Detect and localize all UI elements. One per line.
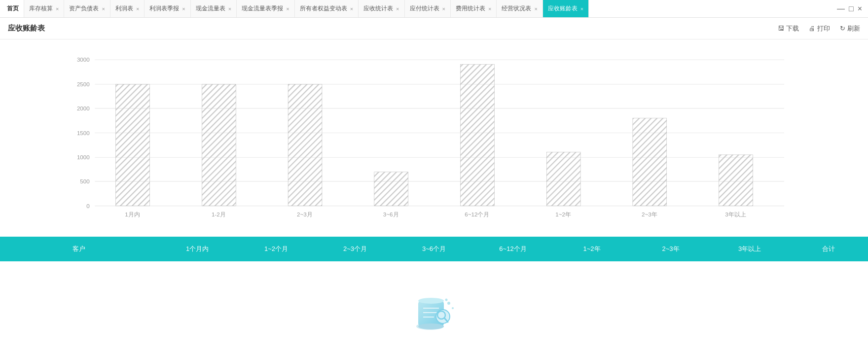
page-title: 应收账龄表	[8, 24, 45, 33]
tab-close-ystjb[interactable]: ×	[396, 6, 399, 12]
table-header-cell-1: 1个月内	[158, 237, 237, 261]
chart-area: 0 500 1000 1500 2000 2500 3000	[0, 39, 868, 237]
x-label-2: 1-2月	[212, 211, 226, 217]
svg-point-12	[452, 307, 454, 309]
tab-label-syzqybdb: 所有者权益变动表	[300, 4, 347, 13]
tab-label-home: 首页	[7, 4, 19, 13]
bar-2-3年	[633, 118, 667, 206]
tab-label-xjllbjb: 现金流量表季报	[242, 4, 283, 13]
close-button[interactable]: ×	[858, 5, 862, 13]
x-label-6: 1~2年	[555, 211, 571, 217]
tab-label-lrbjb: 利润表季报	[149, 4, 179, 13]
tab-close-yszhb[interactable]: ×	[580, 6, 583, 12]
x-label-4: 3~6月	[383, 211, 399, 217]
tab-label-fytjb: 费用统计表	[456, 4, 485, 13]
tab-label-lrb: 利润表	[115, 4, 133, 13]
bar-3-6月	[374, 172, 408, 206]
y-label-1500: 1500	[77, 130, 90, 136]
y-label-500: 500	[80, 178, 90, 184]
tab-jyzkb[interactable]: 经营状况表×	[497, 0, 542, 18]
tab-close-lrbjb[interactable]: ×	[182, 6, 185, 12]
tab-xjllbjb[interactable]: 现金流量表季报×	[237, 0, 294, 18]
refresh-button[interactable]: ↻ 刷新	[840, 24, 860, 33]
bar-1-2年	[546, 152, 580, 206]
tab-label-kucun: 库存核算	[29, 4, 53, 13]
tab-close-lrb[interactable]: ×	[136, 6, 139, 12]
bar-2-3月	[288, 84, 322, 206]
y-label-1000: 1000	[77, 154, 90, 160]
bar-1月内	[116, 84, 150, 206]
bar-3年以上	[719, 155, 753, 206]
svg-point-4	[418, 323, 444, 329]
table-header-cell-2: 1~2个月	[237, 237, 316, 261]
page-header: 应收账龄表 🖫 下载 🖨 打印 ↻ 刷新	[0, 18, 868, 39]
table-header-cell-9: 合计	[789, 237, 868, 261]
download-button[interactable]: 🖫 下载	[778, 24, 799, 33]
y-label-2000: 2000	[77, 105, 90, 111]
minimize-button[interactable]: —	[837, 5, 845, 13]
tab-ystjb[interactable]: 应收统计表×	[359, 0, 404, 18]
table-header-cell-6: 1~2年	[552, 237, 631, 261]
x-label-5: 6~12个月	[465, 211, 489, 217]
y-label-2500: 2500	[77, 81, 90, 87]
tab-label-yszhb: 应收账龄表	[548, 4, 578, 13]
tab-label-zcfzb: 资产负债表	[69, 4, 99, 13]
tab-label-jyzkb: 经营状况表	[502, 4, 531, 13]
tab-close-jyzkb[interactable]: ×	[534, 6, 537, 12]
tab-kucun[interactable]: 库存核算×	[24, 0, 64, 18]
empty-state	[0, 261, 868, 355]
bar-6-12月	[461, 65, 495, 206]
refresh-icon: ↻	[840, 25, 845, 32]
window-controls: — □ ×	[837, 5, 866, 13]
header-actions: 🖫 下载 🖨 打印 ↻ 刷新	[778, 24, 860, 33]
svg-point-13	[445, 299, 448, 301]
bar-1-2月	[202, 84, 236, 206]
tab-syzqybdb[interactable]: 所有者权益变动表×	[295, 0, 359, 18]
svg-point-11	[447, 302, 450, 305]
table-header: 客户1个月内1~2个月2~3个月3~6个月6~12个月1~2年2~3年3年以上合…	[0, 237, 868, 261]
tab-label-ystjb: 应收统计表	[363, 4, 393, 13]
table-header-cell-7: 2~3年	[631, 237, 710, 261]
tab-home[interactable]: 首页	[2, 0, 24, 18]
tab-yftjb[interactable]: 应付统计表×	[405, 0, 451, 18]
bar-chart: 0 500 1000 1500 2000 2500 3000	[10, 49, 848, 227]
x-label-1: 1月内	[125, 211, 140, 217]
tab-close-syzqybdb[interactable]: ×	[350, 6, 353, 12]
tab-close-xjllb[interactable]: ×	[228, 6, 231, 12]
y-label-0: 0	[86, 203, 90, 209]
print-icon: 🖨	[809, 25, 815, 32]
table-header-cell-3: 2~3个月	[316, 237, 395, 261]
maximize-button[interactable]: □	[849, 5, 854, 13]
tab-close-yftjb[interactable]: ×	[442, 6, 445, 12]
y-label-3000: 3000	[77, 56, 90, 63]
main-content: 0 500 1000 1500 2000 2500 3000	[0, 39, 868, 355]
tab-lrb[interactable]: 利润表×	[110, 0, 145, 18]
tab-yszhb[interactable]: 应收账龄表×	[543, 0, 589, 18]
tab-lrbjb[interactable]: 利润表季报×	[145, 0, 190, 18]
svg-point-3	[418, 298, 444, 304]
empty-icon	[409, 291, 459, 335]
table-header-cell-0: 客户	[0, 237, 158, 261]
tab-close-zcfzb[interactable]: ×	[102, 6, 105, 12]
print-button[interactable]: 🖨 打印	[809, 24, 830, 33]
tab-bar: 首页库存核算×资产负债表×利润表×利润表季报×现金流量表×现金流量表季报×所有者…	[0, 0, 868, 18]
table-header-cell-5: 6~12个月	[473, 237, 552, 261]
table-header-cell-8: 3年以上	[710, 237, 789, 261]
download-icon: 🖫	[778, 25, 784, 32]
tab-xjllb[interactable]: 现金流量表×	[191, 0, 237, 18]
tab-fytjb[interactable]: 费用统计表×	[451, 0, 497, 18]
tab-zcfzb[interactable]: 资产负债表×	[64, 0, 110, 18]
tab-close-fytjb[interactable]: ×	[488, 6, 491, 12]
tab-close-kucun[interactable]: ×	[56, 6, 59, 12]
x-label-7: 2~3年	[642, 211, 657, 217]
x-label-3: 2~3月	[297, 211, 313, 217]
tab-label-xjllb: 现金流量表	[196, 4, 225, 13]
x-label-8: 3年以上	[725, 211, 746, 217]
table-header-cell-4: 3~6个月	[395, 237, 473, 261]
tab-close-xjllbjb[interactable]: ×	[286, 6, 289, 12]
tab-label-yftjb: 应付统计表	[410, 4, 439, 13]
